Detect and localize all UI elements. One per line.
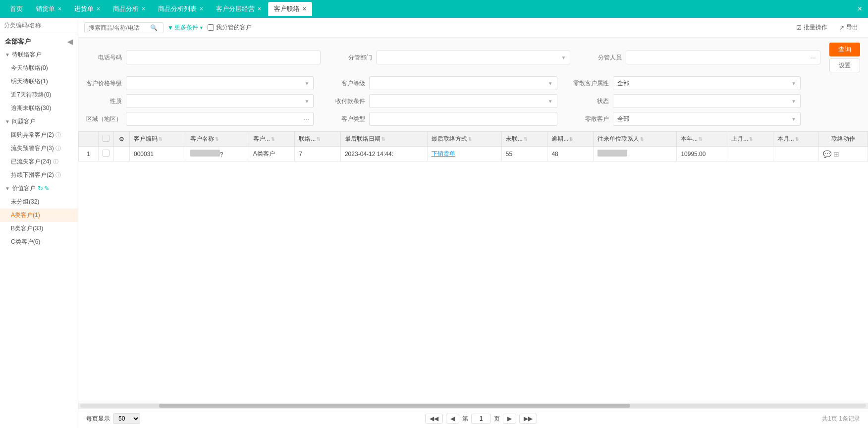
nav-purchase-close[interactable]: × <box>97 5 100 12</box>
sidebar-item-type-c[interactable]: C类客户(6) <box>0 235 78 249</box>
nav-sales[interactable]: 销货单 × <box>30 2 67 16</box>
filter-price-level-select[interactable]: ▼ <box>126 76 314 90</box>
sidebar-item-type-a[interactable]: A类客户(1) <box>0 209 78 222</box>
th-this-month[interactable]: 本月... ⇅ <box>773 132 819 147</box>
edit-icon[interactable]: ✎ <box>44 185 50 192</box>
filter-person-select[interactable]: ··· <box>626 51 820 64</box>
sidebar-search-input[interactable] <box>4 22 78 29</box>
nav-sales-close[interactable]: × <box>58 5 61 12</box>
nav-analysis[interactable]: 商品分析 × <box>107 2 151 16</box>
group-label-2: 问题客户 <box>12 117 36 126</box>
filter-retail-attr-select[interactable]: 全部 ▼ <box>613 76 801 90</box>
th-unit-contact[interactable]: 往来单位联系人 ⇅ <box>593 132 676 147</box>
sort-icon-overdue[interactable]: ⇅ <box>569 137 573 142</box>
sort-icon-unit-contact[interactable]: ⇅ <box>640 137 644 142</box>
sidebar-item-overdue[interactable]: 逾期未联络(30) <box>0 102 78 115</box>
filter-retail-select[interactable]: 全部 ▼ <box>613 112 801 126</box>
horizontal-scrollbar[interactable] <box>78 403 868 409</box>
sidebar-item-churn-warning[interactable]: 流失预警客户(3) ⓘ <box>0 142 78 155</box>
sidebar-item-type-b[interactable]: B类客户(33) <box>0 222 78 235</box>
filter-payment-select[interactable]: ▼ <box>369 94 557 108</box>
last-page-btn[interactable]: ▶▶ <box>519 414 537 424</box>
sidebar-item-repurchase-abnormal[interactable]: 回购异常客户(2) ⓘ <box>0 128 78 142</box>
filter-dept-select[interactable]: ▼ <box>376 51 571 64</box>
filter-customer-type-label: 客户类型 <box>329 115 369 123</box>
refresh-icon[interactable]: ↻ <box>38 185 43 192</box>
export-btn[interactable]: ↗ 导出 <box>835 22 862 33</box>
filter-nature-select[interactable]: ▼ <box>126 94 314 108</box>
sidebar-item-today[interactable]: 今天待联络(0) <box>0 61 78 75</box>
group-value-customers[interactable]: ▼ 价值客户 ↻ ✎ <box>0 182 78 195</box>
close-all-tabs[interactable]: × <box>856 2 864 15</box>
batch-operation-btn[interactable]: ☑ 批量操作 <box>792 22 831 33</box>
select-all-checkbox[interactable] <box>103 135 109 142</box>
th-last-month[interactable]: 上月... ⇅ <box>727 132 773 147</box>
sort-icon-no-contact[interactable]: ⇅ <box>524 137 528 142</box>
arrow-icon-3: ▼ <box>5 186 10 191</box>
page-number-input[interactable] <box>471 414 491 424</box>
nav-home[interactable]: 首页 <box>4 2 29 16</box>
nav-purchase[interactable]: 进货单 × <box>68 2 106 16</box>
prev-page-btn[interactable]: ◀ <box>446 414 459 424</box>
sort-icon-last-date[interactable]: ⇅ <box>381 137 385 142</box>
th-check[interactable] <box>99 132 114 147</box>
nav-customer-contact[interactable]: 客户联络 × <box>268 2 312 16</box>
group-problem-customers[interactable]: ▼ 问题客户 <box>0 115 78 128</box>
nav-analysis-list-close[interactable]: × <box>200 5 203 12</box>
sidebar-item-7days[interactable]: 近7天待联络(0) <box>0 88 78 102</box>
th-setting[interactable]: ⚙ <box>114 132 130 147</box>
qr-icon[interactable]: ⊞ <box>833 150 839 158</box>
main-search-icon[interactable]: 🔍 <box>150 24 158 31</box>
filter-phone-input[interactable] <box>126 51 321 64</box>
filter-customer-level-select[interactable]: ▼ <box>369 76 557 90</box>
sort-icon-this-year[interactable]: ⇅ <box>699 137 703 142</box>
th-overdue[interactable]: 逾期... ⇅ <box>547 132 594 147</box>
my-customers-checkbox[interactable] <box>208 24 214 31</box>
filter-customer-type-input[interactable] <box>369 112 557 126</box>
th-last-date[interactable]: 最后联络日期 ⇅ <box>340 132 427 147</box>
sidebar-item-churned[interactable]: 已流失客户(24) ⓘ <box>0 155 78 168</box>
first-page-btn[interactable]: ◀◀ <box>425 414 443 424</box>
nav-customer-tier-close[interactable]: × <box>258 5 261 12</box>
sidebar-item-tomorrow[interactable]: 明天待联络(1) <box>0 75 78 88</box>
last-method-link[interactable]: 下销货单 <box>432 150 455 157</box>
sort-icon-contact[interactable]: ⇅ <box>317 137 321 142</box>
nav-customer-tier[interactable]: 客户分层经营 × <box>210 2 267 16</box>
th-name[interactable]: 客户名称 ⇅ <box>186 132 249 147</box>
th-contact[interactable]: 联络... ⇅ <box>295 132 341 147</box>
th-type[interactable]: 客户... ⇅ <box>249 132 295 147</box>
main-search-input[interactable] <box>89 24 148 31</box>
my-customers-filter[interactable]: 我分管的客户 <box>208 23 252 32</box>
sort-icon-name[interactable]: ⇅ <box>215 137 219 142</box>
scroll-thumb[interactable] <box>159 404 631 408</box>
nav-customer-contact-close[interactable]: × <box>303 5 306 12</box>
filter-region-select[interactable]: ··· <box>126 112 314 126</box>
sort-icon-this-month[interactable]: ⇅ <box>795 137 799 142</box>
sidebar-item-declining[interactable]: 持续下滑客户(2) ⓘ <box>0 168 78 182</box>
cell-overdue: 48 <box>547 147 594 161</box>
nav-analysis-list[interactable]: 商品分析列表 × <box>152 2 209 16</box>
sidebar-collapse-btn[interactable] <box>67 38 73 46</box>
sort-icon-last-method[interactable]: ⇅ <box>468 137 472 142</box>
query-btn[interactable]: 查询 <box>829 43 860 56</box>
nav-analysis-close[interactable]: × <box>142 5 145 12</box>
sort-icon-type[interactable]: ⇅ <box>271 137 275 142</box>
filter-status-select[interactable]: ▼ <box>613 94 801 108</box>
table-area: ⚙ 客户编码 ⇅ 客户名称 ⇅ <box>78 131 868 403</box>
th-code[interactable]: 客户编码 ⇅ <box>130 132 186 147</box>
chat-icon[interactable]: 💬 <box>823 150 831 158</box>
sidebar-item-ungrouped[interactable]: 未分组(32) <box>0 195 78 209</box>
more-filters-btn[interactable]: ▼ 更多条件 ▼ <box>167 23 204 32</box>
page-size-select[interactable]: 10 20 50 100 <box>113 413 140 424</box>
sort-icon-last-month[interactable]: ⇅ <box>749 137 753 142</box>
next-page-btn[interactable]: ▶ <box>503 414 516 424</box>
th-no-contact[interactable]: 未联... ⇅ <box>501 132 547 147</box>
th-last-method[interactable]: 最后联络方式 ⇅ <box>427 132 501 147</box>
sort-icon-code[interactable]: ⇅ <box>159 137 163 142</box>
row-checkbox[interactable] <box>103 150 109 157</box>
gear-icon[interactable]: ⚙ <box>119 136 124 143</box>
group-pending-contact[interactable]: ▼ 待联络客户 <box>0 48 78 61</box>
settings-btn[interactable]: 设置 <box>829 58 860 72</box>
cell-check[interactable] <box>99 147 114 161</box>
th-this-year[interactable]: 本年... ⇅ <box>677 132 727 147</box>
